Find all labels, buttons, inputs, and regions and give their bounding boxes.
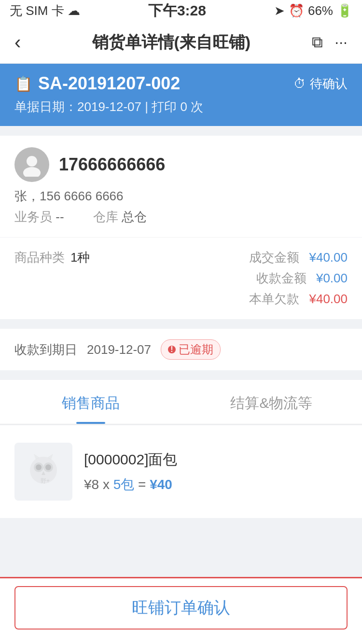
nav-actions: ⧉ ··· — [312, 33, 348, 51]
product-logo: 野+ — [24, 450, 63, 493]
order-number: 📋 SA-20191207-002 — [14, 73, 180, 94]
battery-icon: 🔋 — [337, 3, 352, 18]
product-price: ¥8 x 5包 = ¥40 — [84, 476, 348, 494]
summary-left: 商品种类 1种 — [14, 249, 90, 266]
share-icon[interactable]: ⧉ — [312, 33, 323, 51]
person-icon — [20, 153, 44, 177]
avatar — [14, 147, 49, 182]
alarm-icon: ⏰ — [289, 3, 304, 18]
order-meta: 单据日期：2019-12-07 | 打印 0 次 — [14, 98, 348, 115]
clock-icon: ⏱ — [293, 76, 306, 91]
svg-point-6 — [45, 464, 51, 470]
customer-section: 17666666666 张，156 6666 6666 业务员 -- 仓库 总仓 — [0, 136, 362, 237]
product-item: 野+ [0000002]面包 ¥8 x 5包 = ¥40 — [14, 435, 348, 508]
customer-phone: 17666666666 — [59, 154, 165, 175]
summary-section: 商品种类 1种 成交金额 ¥40.00 收款金额 ¥0.00 本单欠款 ¥40.… — [0, 238, 362, 319]
status-bar-time: 下午3:28 — [148, 1, 206, 21]
product-thumbnail: 野+ — [14, 443, 72, 501]
due-date-section: 收款到期日 2019-12-07 ! 已逾期 — [0, 329, 362, 370]
customer-detail: 张，156 6666 6666 — [14, 188, 348, 205]
status-bar-left: 无 SIM 卡 ☁ — [10, 2, 80, 19]
bottom-bar: 旺铺订单确认 — [0, 577, 362, 644]
order-icon: 📋 — [14, 75, 32, 92]
debt-amount-row: 本单欠款 ¥40.00 — [249, 291, 348, 308]
product-info: [0000002]面包 ¥8 x 5包 = ¥40 — [84, 450, 348, 494]
sim-status: 无 SIM 卡 ☁ — [10, 2, 80, 19]
overdue-badge: ! 已逾期 — [161, 339, 221, 360]
more-icon[interactable]: ··· — [334, 33, 348, 51]
product-section: 野+ [0000002]面包 ¥8 x 5包 = ¥40 — [0, 425, 362, 518]
summary-right: 成交金额 ¥40.00 收款金额 ¥0.00 本单欠款 ¥40.00 — [249, 249, 348, 308]
svg-text:野+: 野+ — [41, 477, 50, 484]
customer-meta: 业务员 -- 仓库 总仓 — [14, 209, 348, 225]
tab-settlement[interactable]: 结算&物流等 — [181, 380, 362, 424]
product-name: [0000002]面包 — [84, 450, 348, 470]
svg-point-1 — [23, 167, 41, 177]
svg-point-0 — [27, 156, 37, 167]
page-title: 销货单详情(来自旺铺) — [30, 31, 312, 54]
sales-info: 业务员 -- — [14, 209, 64, 225]
status-bar-right: ➤ ⏰ 66% 🔋 — [274, 3, 352, 18]
back-button[interactable]: ‹ — [14, 31, 21, 53]
battery-status: 66% — [308, 3, 333, 18]
location-icon: ➤ — [274, 3, 285, 18]
svg-point-5 — [36, 464, 42, 470]
deal-amount-row: 成交金额 ¥40.00 — [249, 249, 348, 266]
warehouse-info: 仓库 总仓 — [93, 209, 147, 225]
tab-products[interactable]: 销售商品 — [0, 380, 181, 424]
tabs-section: 销售商品 结算&物流等 — [0, 380, 362, 424]
order-header: 📋 SA-20191207-002 ⏱ 待确认 单据日期：2019-12-07 … — [0, 64, 362, 126]
overdue-dot-icon: ! — [168, 346, 176, 353]
nav-bar: ‹ 销货单详情(来自旺铺) ⧉ ··· — [0, 21, 362, 64]
status-bar: 无 SIM 卡 ☁ 下午3:28 ➤ ⏰ 66% 🔋 — [0, 0, 362, 21]
receipt-amount-row: 收款金额 ¥0.00 — [256, 270, 348, 287]
confirm-order-button[interactable]: 旺铺订单确认 — [14, 586, 348, 630]
status-badge: ⏱ 待确认 — [293, 75, 348, 92]
